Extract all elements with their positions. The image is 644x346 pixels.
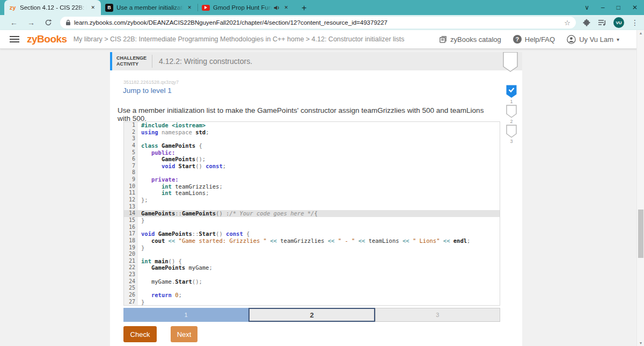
page-scrollbar[interactable]: ▲ ▼	[636, 30, 644, 346]
zybooks-catalog-link[interactable]: zyBooks catalog	[439, 35, 501, 44]
close-window-icon[interactable]: ✕	[632, 0, 638, 15]
reading-list-icon[interactable]	[598, 19, 606, 26]
code-text: }	[138, 244, 144, 251]
line-number: 21	[124, 258, 138, 265]
progress-segment-current: 2	[248, 308, 375, 322]
maximize-icon[interactable]: □	[617, 0, 620, 15]
code-text: private:	[138, 176, 179, 183]
tab-close-icon[interactable]: ✕	[186, 4, 193, 11]
extensions-puzzle-icon[interactable]	[583, 19, 591, 27]
line-number: 20	[124, 251, 138, 258]
b-favicon-icon: B	[105, 4, 113, 12]
new-tab-button[interactable]: +	[299, 4, 309, 12]
tab-search-chevron-icon[interactable]: ∨	[584, 0, 589, 15]
scrollbar-thumb[interactable]	[638, 210, 643, 258]
challenge-activity-label: CHALLENGE ACTIVITY	[112, 55, 152, 68]
code-text: class GamePoints {	[138, 142, 202, 149]
code-text: }	[138, 299, 144, 306]
help-faq-link[interactable]: ? Help/FAQ	[513, 35, 555, 44]
breadcrumb[interactable]: My library > CIS 22B: Intermediate Progr…	[74, 35, 405, 43]
tab-title: Use a member initialization list to	[116, 4, 184, 11]
line-number: 27	[124, 299, 138, 306]
user-name: Uy Vu Lam	[579, 35, 613, 44]
code-line: 13	[124, 204, 500, 211]
code-text	[138, 251, 141, 258]
browser-tab[interactable]: BUse a member initialization list to✕	[101, 0, 197, 15]
code-text	[138, 169, 141, 176]
line-number: 6	[124, 156, 138, 163]
user-avatar-icon	[567, 35, 576, 44]
line-number: 11	[124, 190, 138, 197]
tab-title: Section 4.12 - CIS 22B: Intermedi	[20, 4, 87, 11]
browser-tab-bar: zySection 4.12 - CIS 22B: Intermedi✕BUse…	[0, 0, 644, 15]
code-text: int teamLions;	[138, 190, 209, 197]
reload-icon[interactable]	[45, 19, 52, 26]
progress-segment-done: 1	[123, 308, 248, 322]
level-number: 3	[510, 139, 513, 144]
url-text: learn.zybooks.com/zybook/DEANZACIS22BNgu…	[74, 19, 564, 26]
code-line: 3	[124, 135, 500, 142]
code-line: 10 int teamGrizzlies;	[124, 183, 500, 190]
tab-close-icon[interactable]: ✕	[89, 4, 97, 11]
code-line: 6 GamePoints();	[124, 156, 500, 163]
minimize-icon[interactable]: –	[601, 0, 605, 15]
address-bar[interactable]: learn.zybooks.com/zybook/DEANZACIS22BNgu…	[60, 17, 576, 28]
tab-close-icon[interactable]: ✕	[282, 4, 290, 11]
browser-toolbar: ← → learn.zybooks.com/zybook/DEANZACIS22…	[0, 15, 644, 30]
line-number: 19	[124, 244, 138, 251]
code-line: 19}	[124, 244, 500, 251]
browser-menu-icon[interactable]: ⋮	[631, 18, 639, 27]
code-text: GamePoints myGame;	[138, 264, 213, 271]
profile-avatar[interactable]: VU	[613, 17, 624, 28]
code-editor[interactable]: 1#include <iostream>2using namespace std…	[123, 121, 500, 306]
line-number: 13	[124, 204, 138, 211]
caret-down-icon: ▾	[617, 37, 619, 42]
code-line: 25	[124, 285, 500, 292]
code-line: 9 private:	[124, 176, 500, 183]
browser-tab[interactable]: Gmod Prop Hunt Funny Mom✕	[197, 0, 294, 15]
tab-audio-icon[interactable]	[273, 4, 280, 11]
help-faq-label: Help/FAQ	[525, 35, 555, 44]
code-line: 20	[124, 251, 500, 258]
header-actions: zyBooks catalog ? Help/FAQ Uy Vu Lam ▾	[439, 35, 619, 44]
check-button[interactable]: Check	[123, 326, 157, 342]
back-icon[interactable]: ←	[10, 18, 18, 27]
code-line: 16	[124, 224, 500, 231]
line-number: 12	[124, 197, 138, 204]
catalog-book-icon	[439, 35, 447, 44]
code-line: 12};	[124, 197, 500, 204]
code-line-editable[interactable]: 14GamePoints::GamePoints() :/* Your code…	[124, 210, 500, 217]
level-indicator: 3	[506, 125, 517, 145]
level-shield-icon	[506, 105, 517, 118]
code-text: public:	[138, 149, 175, 156]
code-line: 11 int teamLions;	[124, 190, 500, 197]
help-icon: ?	[513, 35, 522, 44]
hamburger-menu-icon[interactable]	[10, 36, 19, 42]
level-number: 2	[510, 119, 513, 124]
line-number: 1	[124, 122, 138, 129]
level-progress-bar: 123	[123, 308, 500, 322]
zybooks-logo[interactable]: zyBooks	[27, 33, 67, 45]
scrollbar-down-icon[interactable]: ▼	[637, 341, 644, 345]
next-button[interactable]: Next	[171, 326, 197, 342]
browser-tab[interactable]: zySection 4.12 - CIS 22B: Intermedi✕	[4, 0, 101, 15]
code-line: 26 return 0;	[124, 292, 500, 299]
code-line: 7 void Start() const;	[124, 163, 500, 170]
line-number: 24	[124, 278, 138, 285]
line-number: 3	[124, 135, 138, 142]
code-line: 5 public:	[124, 149, 500, 156]
zybooks-favicon-icon: zy	[9, 4, 17, 12]
line-number: 15	[124, 217, 138, 224]
scrollbar-up-icon[interactable]: ▲	[637, 31, 644, 35]
line-number: 26	[124, 292, 138, 299]
jump-to-level-link[interactable]: Jump to level 1	[123, 86, 172, 95]
level-shield-done-icon	[506, 85, 517, 98]
user-menu[interactable]: Uy Vu Lam ▾	[567, 35, 619, 44]
line-number: 9	[124, 176, 138, 183]
line-number: 5	[124, 149, 138, 156]
line-number: 25	[124, 285, 138, 292]
forward-icon[interactable]: →	[27, 18, 35, 27]
level-shield-icon	[506, 125, 517, 138]
resource-id: 351182.2261528.qx3zqy7	[123, 80, 179, 85]
bookmark-star-icon[interactable]: ☆	[564, 19, 570, 27]
